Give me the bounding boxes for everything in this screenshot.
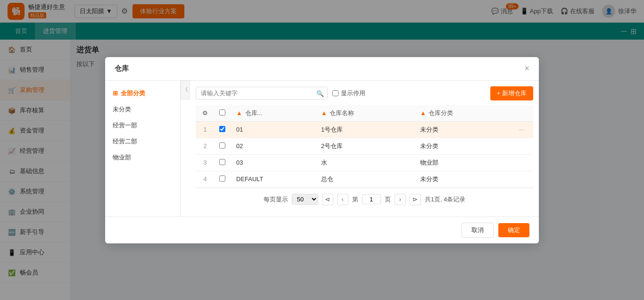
table-row[interactable]: 1 01 1号仓库 未分类 ··· bbox=[196, 121, 533, 138]
grid-icon: ⊞ bbox=[113, 90, 118, 97]
table-row[interactable]: 4 DEFAULT 总仓 未分类 bbox=[196, 171, 533, 187]
first-page-btn[interactable]: ⊲ bbox=[322, 194, 333, 205]
row-checkbox[interactable] bbox=[219, 159, 225, 165]
add-warehouse-btn[interactable]: + 新增仓库 bbox=[490, 86, 533, 100]
search-input[interactable] bbox=[196, 87, 328, 100]
warehouse-modal: 仓库 × ⊞ 全部分类 未分类 经营一部 经营二部 物业部 《 bbox=[105, 57, 539, 243]
row-category: 物业部 bbox=[415, 154, 514, 171]
row-category: 未分类 bbox=[415, 121, 514, 138]
row-more[interactable] bbox=[514, 138, 533, 154]
chevron-left-icon: 《 bbox=[182, 86, 188, 94]
search-wrap: 🔍 bbox=[196, 87, 328, 100]
table-header-row: ⚙ ▲ 仓库... ▲ 仓库名称 bbox=[196, 105, 533, 122]
per-page-select[interactable]: 50 20 100 bbox=[292, 194, 318, 205]
row-more[interactable]: ··· bbox=[514, 121, 533, 138]
select-all-checkbox[interactable] bbox=[219, 109, 225, 116]
row-more[interactable] bbox=[514, 154, 533, 171]
col-category: ▲ 仓库分类 bbox=[415, 105, 514, 122]
row-code: DEFAULT bbox=[231, 171, 316, 187]
row-code: 02 bbox=[231, 138, 316, 154]
row-name: 水 bbox=[316, 154, 415, 171]
modal-sidebar-property[interactable]: 物业部 bbox=[105, 150, 180, 166]
row-name: 1号仓库 bbox=[316, 121, 415, 138]
modal-body: ⊞ 全部分类 未分类 经营一部 经营二部 物业部 《 🔍 bbox=[105, 81, 539, 217]
row-checkbox-cell[interactable] bbox=[215, 121, 231, 138]
modal-sidebar-all[interactable]: ⊞ 全部分类 bbox=[105, 85, 180, 101]
modal-sidebar-dept1[interactable]: 经营一部 bbox=[105, 117, 180, 133]
sort-icon: ▲ bbox=[236, 109, 242, 117]
sort-icon2: ▲ bbox=[321, 109, 327, 117]
per-page-label: 每页显示 bbox=[264, 195, 288, 204]
prev-page-btn[interactable]: ‹ bbox=[337, 194, 348, 205]
modal-header: 仓库 × bbox=[105, 57, 539, 81]
show-disabled-input[interactable] bbox=[332, 90, 339, 96]
row-num: 1 bbox=[196, 121, 215, 138]
modal-sidebar: ⊞ 全部分类 未分类 经营一部 经营二部 物业部 bbox=[105, 81, 181, 217]
row-checkbox-cell[interactable] bbox=[215, 138, 231, 154]
row-num: 3 bbox=[196, 154, 215, 171]
show-disabled-checkbox[interactable]: 显示停用 bbox=[332, 89, 365, 98]
collapse-sidebar-btn[interactable]: 《 bbox=[181, 81, 190, 100]
modal-sidebar-uncategorized[interactable]: 未分类 bbox=[105, 101, 180, 117]
row-code: 03 bbox=[231, 154, 316, 171]
modal-footer: 取消 确定 bbox=[105, 217, 539, 243]
page-number-input[interactable] bbox=[362, 194, 381, 204]
table-container: ⚙ ▲ 仓库... ▲ 仓库名称 bbox=[196, 105, 533, 188]
page-label: 第 bbox=[352, 195, 358, 204]
col-name: ▲ 仓库名称 bbox=[316, 105, 415, 122]
row-checkbox[interactable] bbox=[219, 175, 225, 182]
modal-sidebar-dept2[interactable]: 经营二部 bbox=[105, 133, 180, 150]
row-num: 2 bbox=[196, 138, 215, 154]
row-checkbox[interactable] bbox=[219, 142, 225, 149]
cancel-button[interactable]: 取消 bbox=[462, 223, 494, 238]
row-checkbox[interactable] bbox=[219, 126, 225, 132]
warehouse-table: ⚙ ▲ 仓库... ▲ 仓库名称 bbox=[196, 105, 533, 188]
modal-close-btn[interactable]: × bbox=[524, 64, 529, 74]
modal-overlay: 仓库 × ⊞ 全部分类 未分类 经营一部 经营二部 物业部 《 bbox=[0, 0, 644, 300]
pagination: 每页显示 50 20 100 ⊲ ‹ 第 页 › ⊳ 共1页, 4条记录 bbox=[196, 188, 533, 211]
row-checkbox-cell[interactable] bbox=[215, 154, 231, 171]
page-unit: 页 bbox=[385, 195, 391, 204]
col-checkbox bbox=[215, 105, 231, 122]
search-icon[interactable]: 🔍 bbox=[316, 90, 324, 97]
table-body: 1 01 1号仓库 未分类 ··· 2 02 2号仓库 未分类 3 03 水 物… bbox=[196, 121, 533, 187]
next-page-btn[interactable]: › bbox=[395, 194, 406, 205]
row-category: 未分类 bbox=[415, 138, 514, 154]
row-name: 总仓 bbox=[316, 171, 415, 187]
modal-content: 🔍 显示停用 + 新增仓库 ⚙ bbox=[190, 81, 539, 217]
col-settings[interactable]: ⚙ bbox=[196, 105, 215, 122]
table-row[interactable]: 2 02 2号仓库 未分类 bbox=[196, 138, 533, 154]
row-num: 4 bbox=[196, 171, 215, 187]
row-code: 01 bbox=[231, 121, 316, 138]
confirm-button[interactable]: 确定 bbox=[498, 223, 529, 237]
total-info: 共1页, 4条记录 bbox=[425, 195, 466, 204]
row-name: 2号仓库 bbox=[316, 138, 415, 154]
table-row[interactable]: 3 03 水 物业部 bbox=[196, 154, 533, 171]
row-category: 未分类 bbox=[415, 171, 514, 187]
sort-icon3: ▲ bbox=[420, 109, 426, 117]
col-actions bbox=[514, 105, 533, 122]
col-code: ▲ 仓库... bbox=[231, 105, 316, 122]
row-more[interactable] bbox=[514, 171, 533, 187]
last-page-btn[interactable]: ⊳ bbox=[410, 194, 421, 205]
row-checkbox-cell[interactable] bbox=[215, 171, 231, 187]
modal-title: 仓库 bbox=[115, 64, 129, 73]
modal-toolbar: 🔍 显示停用 + 新增仓库 bbox=[196, 86, 533, 100]
